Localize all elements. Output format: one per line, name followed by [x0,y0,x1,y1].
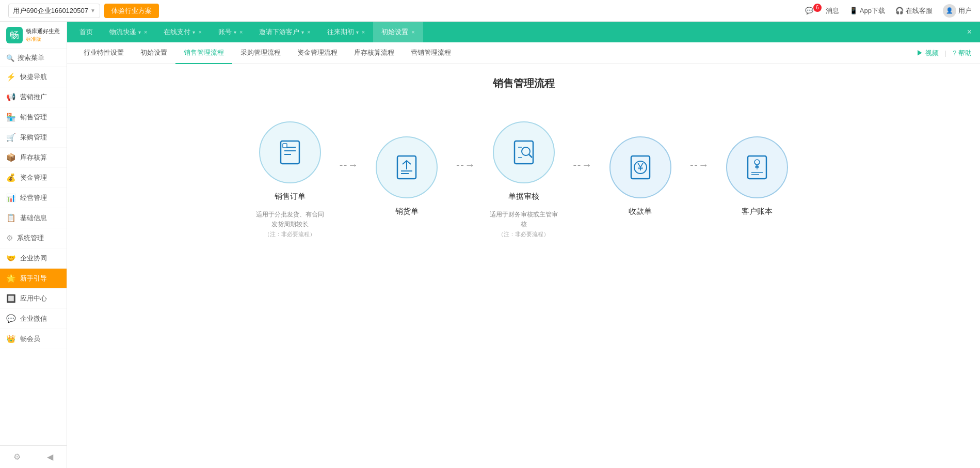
sidebar-item-basic-info[interactable]: 📋 基础信息 [0,208,67,228]
customer-account-icon: ¥ [744,154,770,181]
flow-step-sales-order[interactable]: 销售订单 适用于分批发货、有合同发货周期较长 （注：非必要流程） [249,121,331,240]
close-icon[interactable]: × [239,29,243,35]
sub-tabs-bar: 行业特性设置 初始设置 销售管理流程 采购管理流程 资金管理流程 库存核算流程 … [67,42,980,64]
sidebar-logo[interactable]: 畅 畅库通好生意 标准版 [0,22,67,49]
receipt-icon: ¥ [627,154,654,181]
sub-tab-initial[interactable]: 初始设置 [132,42,175,64]
tab-account[interactable]: 账号 ▾ × [210,22,251,42]
flow-arrow-1: - - → [331,159,365,171]
vip-icon: 👑 [6,334,16,344]
sidebar-label-sales: 销售管理 [20,113,47,122]
nav-tabs: 首页 物流快递 ▾ × 在线支付 ▾ × 账号 ▾ × 邀请下游客户 ▾ × [67,22,980,42]
chevron-down-icon: ▼ [90,8,95,13]
sidebar-item-quick-nav[interactable]: ⚡ 快捷导航 [0,67,67,87]
close-all-tabs-button[interactable]: × [963,27,976,37]
sidebar-item-finance[interactable]: 💰 资金管理 [0,168,67,188]
help-item[interactable]: ? 帮助 [953,49,972,58]
sidebar-label-system: 系统管理 [17,233,44,243]
search-icon: 🔍 [6,54,14,62]
flow-circle-sales-invoice [376,136,438,198]
close-icon[interactable]: × [362,29,365,35]
sub-tab-inventory-flow-label: 库存核算流程 [354,48,394,57]
app-download-item[interactable]: 📱 App下载 [849,6,885,15]
close-icon[interactable]: × [411,29,414,35]
flow-arrow-3: - - → [565,159,599,171]
video-icon: ▶ [917,49,923,57]
step-desc-sales-order: 适用于分批发货、有合同发货周期较长 （注：非必要流程） [254,210,326,240]
sidebar-item-marketing[interactable]: 📢 营销推广 [0,87,67,107]
close-icon[interactable]: × [307,29,310,35]
tab-payment[interactable]: 在线支付 ▾ × [155,22,210,42]
sub-tab-sales-flow[interactable]: 销售管理流程 [175,42,232,64]
sub-tab-inventory-flow[interactable]: 库存核算流程 [346,42,403,64]
tab-home[interactable]: 首页 [71,22,101,42]
sidebar-label-app-center: 应用中心 [20,294,47,303]
user-selector[interactable]: 用户690企业1660120507 ▼ [8,4,100,18]
flow-step-sales-invoice[interactable]: 销货单 [365,136,448,225]
tab-initial-setup[interactable]: 初始设置 × [373,22,423,42]
logo-text: 畅库通好生意 [26,27,60,35]
svg-rect-4 [283,144,287,148]
chevron-down-icon: ▾ [234,29,236,35]
page-title: 销售管理流程 [79,76,968,90]
sidebar-item-operations[interactable]: 📊 经营管理 [0,188,67,208]
sub-tabs-right: ▶ 视频 | ? 帮助 [917,49,972,58]
close-icon[interactable]: × [198,29,201,35]
video-help-item[interactable]: ▶ 视频 [917,49,939,58]
sidebar-item-system[interactable]: ⚙ 系统管理 [0,228,67,248]
online-service-label: 在线客服 [906,6,933,15]
collapse-icon[interactable]: ◀ [45,450,55,464]
flow-diagram: 销售订单 适用于分批发货、有合同发货周期较长 （注：非必要流程） - - → [79,121,968,240]
tab-account-label: 账号 [218,27,232,37]
sidebar-item-purchase[interactable]: 🛒 采购管理 [0,128,67,148]
step-desc-review: 适用于财务审核或主管审核 （注：非必要流程） [488,210,560,240]
sidebar-label-inventory: 库存核算 [20,153,47,162]
tab-home-label: 首页 [79,27,93,37]
user-avatar-item[interactable]: 👤 用户 [943,4,972,18]
chevron-down-icon: ▾ [138,29,141,35]
flow-step-customer-account[interactable]: ¥ 客户账本 [716,136,798,225]
search-label: 搜索菜单 [18,53,44,63]
review-icon [510,139,537,166]
settings-icon[interactable]: ⚙ [11,450,23,464]
sub-tab-purchase-flow-label: 采购管理流程 [240,48,281,57]
tab-initial-setup-label: 初始设置 [381,27,408,37]
help-label: 帮助 [958,49,972,57]
logo-badge: 标准版 [26,36,60,43]
experience-button[interactable]: 体验行业方案 [104,4,159,18]
sidebar-item-inventory[interactable]: 📦 库存核算 [0,148,67,168]
tab-period-init[interactable]: 往来期初 ▾ × [319,22,373,42]
sidebar-label-enterprise: 企业协同 [20,254,47,263]
message-badge: 6 [813,4,822,12]
sidebar-item-vip[interactable]: 👑 畅会员 [0,329,67,349]
sub-tab-marketing-flow[interactable]: 营销管理流程 [403,42,459,64]
top-bar-left: 用户690企业1660120507 ▼ 体验行业方案 [8,4,159,18]
sub-tab-purchase-flow[interactable]: 采购管理流程 [232,42,289,64]
step-name-customer-account: 客户账本 [742,207,773,216]
sidebar-label-new-guide: 新手引导 [20,274,47,283]
sidebar-label-quick-nav: 快捷导航 [20,72,47,82]
sidebar-item-enterprise[interactable]: 🤝 企业协同 [0,248,67,269]
flow-circle-customer-account: ¥ [726,136,788,198]
flow-step-receipt[interactable]: ¥ 收款单 [599,136,682,225]
sidebar-item-enterprise-wechat[interactable]: 💬 企业微信 [0,309,67,329]
sidebar-item-app-center[interactable]: 🔲 应用中心 [0,289,67,309]
sub-tab-finance-flow[interactable]: 资金管理流程 [289,42,346,64]
video-label: 视频 [925,49,939,57]
online-service-item[interactable]: 🎧 在线客服 [895,6,933,15]
message-icon: 💬 [805,7,813,14]
tab-logistics[interactable]: 物流快递 ▾ × [101,22,155,42]
sub-tab-industry[interactable]: 行业特性设置 [75,42,132,64]
message-item[interactable]: 💬 6 消息 [805,6,839,15]
chevron-down-icon: ▾ [192,29,195,35]
wechat-icon: 💬 [6,314,16,323]
sidebar-item-sales[interactable]: 🏪 销售管理 [0,107,67,128]
chevron-down-icon: ▾ [301,29,304,35]
flow-step-review[interactable]: 单据审核 适用于财务审核或主管审核 （注：非必要流程） [483,121,565,240]
avatar: 👤 [943,4,956,18]
close-icon[interactable]: × [144,29,147,35]
tab-logistics-label: 物流快递 [109,27,136,37]
tab-invite[interactable]: 邀请下游客户 ▾ × [251,22,318,42]
sidebar-search[interactable]: 🔍 搜索菜单 [0,49,67,67]
sidebar-item-new-guide[interactable]: 🌟 新手引导 [0,269,67,289]
